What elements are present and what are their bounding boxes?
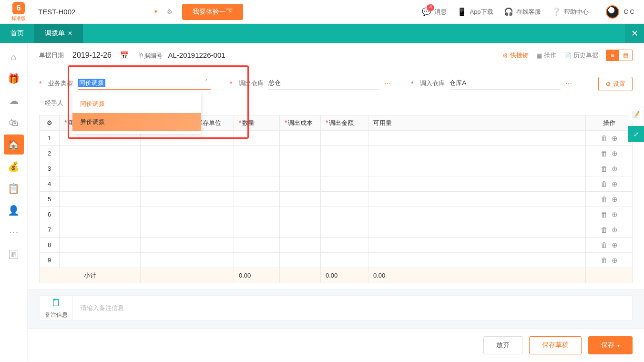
cell-cost[interactable] (280, 253, 321, 268)
out-wh-select[interactable]: 总仓 (268, 77, 379, 90)
cell-amt[interactable] (321, 131, 368, 146)
add-row-button[interactable]: ⊕ (612, 165, 618, 173)
cell-cost[interactable] (280, 207, 321, 222)
cell-amt[interactable] (321, 176, 368, 192)
cell-unit[interactable] (188, 161, 234, 176)
cell-qty[interactable] (234, 146, 280, 161)
biz-type-select[interactable]: 同价调拨 ˄ (78, 77, 211, 90)
add-row-button[interactable]: ⊕ (612, 210, 618, 218)
cell-qty[interactable] (234, 176, 280, 192)
table-row[interactable]: 3🗑⊕ (40, 161, 633, 176)
calendar-icon[interactable]: 📅 (120, 51, 129, 60)
cell-unit[interactable] (188, 253, 234, 268)
delete-row-button[interactable]: 🗑 (601, 134, 608, 142)
add-row-button[interactable]: ⊕ (612, 195, 618, 203)
cell-spec[interactable] (141, 192, 188, 207)
sidebar-item-contact[interactable]: 👤 (4, 200, 24, 220)
settings-button[interactable]: ⚙设置 (598, 77, 633, 91)
cell-qty[interactable] (234, 192, 280, 207)
app-download-link[interactable]: 📱 App下载 (457, 7, 493, 16)
sidebar-item-new[interactable]: 新 (4, 244, 24, 264)
save-draft-button[interactable]: 保存草稿 (529, 336, 582, 354)
cell-avail[interactable] (368, 146, 586, 161)
cell-cost[interactable] (280, 146, 321, 161)
float-note-button[interactable]: 📝 (628, 106, 644, 122)
cell-unit[interactable] (188, 176, 234, 192)
cell-qty[interactable] (234, 207, 280, 222)
company-selector[interactable]: TEST-H002 ▾ (38, 8, 157, 16)
cell-qty[interactable] (234, 161, 280, 176)
delete-row-button[interactable]: 🗑 (601, 256, 608, 264)
cell-unit[interactable] (188, 207, 234, 222)
cell-product[interactable] (60, 222, 141, 238)
view-list-button[interactable]: ≡ (606, 50, 619, 61)
cell-cost[interactable] (280, 161, 321, 176)
sidebar-item-warehouse[interactable]: 🏠 (4, 134, 24, 155)
date-value[interactable]: 2019-12-26 (72, 51, 112, 60)
more-icon[interactable]: ⋯ (565, 80, 573, 87)
tab-home[interactable]: 首页 (0, 24, 34, 43)
table-row[interactable]: 2🗑⊕ (40, 146, 633, 161)
operate-link[interactable]: ▦操作 (536, 51, 556, 60)
cell-product[interactable] (60, 207, 141, 222)
add-row-button[interactable]: ⊕ (612, 256, 618, 264)
cell-cost[interactable] (280, 222, 321, 238)
cell-product[interactable] (60, 192, 141, 207)
tab-transfer-order[interactable]: 调拨单 ✕ (34, 24, 83, 43)
cell-product[interactable] (60, 161, 141, 176)
sidebar-item-money[interactable]: 💰 (4, 156, 24, 176)
delete-row-button[interactable]: 🗑 (601, 195, 608, 203)
table-row[interactable]: 8🗑⊕ (40, 238, 633, 253)
sidebar-item-bag[interactable]: 🛍 (4, 113, 24, 133)
cell-avail[interactable] (368, 222, 586, 238)
history-link[interactable]: 📄历史单据 (564, 51, 598, 60)
close-icon[interactable]: ✕ (68, 30, 72, 37)
cell-amt[interactable] (321, 238, 368, 253)
dropdown-option-same-price[interactable]: 同价调拨 (72, 95, 201, 113)
table-row[interactable]: 7🗑⊕ (40, 222, 633, 238)
float-expand-button[interactable]: ⤢ (628, 126, 644, 142)
cell-cost[interactable] (280, 192, 321, 207)
cell-product[interactable] (60, 146, 141, 161)
cell-spec[interactable] (141, 253, 188, 268)
table-row[interactable]: 5🗑⊕ (40, 192, 633, 207)
sidebar-item-gift[interactable]: 🎁 (4, 69, 24, 89)
cell-spec[interactable] (141, 176, 188, 192)
sidebar-item-home[interactable]: ⌂ (4, 47, 24, 67)
cell-avail[interactable] (368, 207, 586, 222)
cell-unit[interactable] (188, 222, 234, 238)
delete-row-button[interactable]: 🗑 (601, 241, 608, 249)
cell-avail[interactable] (368, 253, 586, 268)
add-row-button[interactable]: ⊕ (612, 241, 618, 249)
cell-spec[interactable] (141, 207, 188, 222)
cell-qty[interactable] (234, 253, 280, 268)
cell-avail[interactable] (368, 238, 586, 253)
cell-qty[interactable] (234, 131, 280, 146)
cell-amt[interactable] (321, 161, 368, 176)
dropdown-option-diff-price[interactable]: 异价调拨 (72, 113, 201, 131)
cell-cost[interactable] (280, 176, 321, 192)
cell-unit[interactable] (188, 146, 234, 161)
cell-product[interactable] (60, 253, 141, 268)
cell-product[interactable] (60, 238, 141, 253)
table-settings-header[interactable]: ⚙ (40, 115, 60, 131)
discard-button[interactable]: 放弃 (483, 336, 522, 354)
add-row-button[interactable]: ⊕ (612, 180, 618, 188)
delete-row-button[interactable]: 🗑 (601, 210, 608, 218)
cell-avail[interactable] (368, 131, 586, 146)
cell-avail[interactable] (368, 176, 586, 192)
table-row[interactable]: 6🗑⊕ (40, 207, 633, 222)
add-row-button[interactable]: ⊕ (612, 226, 618, 234)
cell-cost[interactable] (280, 238, 321, 253)
cell-spec[interactable] (141, 238, 188, 253)
in-wh-select[interactable]: 仓库A (450, 77, 561, 90)
cell-spec[interactable] (141, 146, 188, 161)
cell-qty[interactable] (234, 238, 280, 253)
cell-cost[interactable] (280, 131, 321, 146)
view-grid-button[interactable]: ▦ (619, 50, 633, 61)
table-row[interactable]: 4🗑⊕ (40, 176, 633, 192)
cell-spec[interactable] (141, 222, 188, 238)
table-row[interactable]: 9🗑⊕ (40, 253, 633, 268)
cell-amt[interactable] (321, 222, 368, 238)
cell-qty[interactable] (234, 222, 280, 238)
